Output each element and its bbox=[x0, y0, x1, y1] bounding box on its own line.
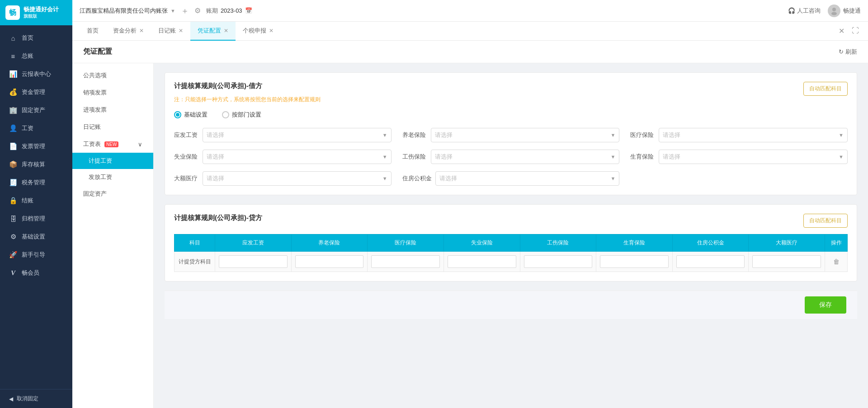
sidebar-item-archive[interactable]: 🗄 归档管理 bbox=[0, 210, 72, 228]
tab-journal-close[interactable]: ✕ bbox=[179, 28, 183, 34]
period-value: 2023-03 bbox=[221, 7, 242, 14]
cell-pension bbox=[291, 252, 368, 272]
radio-dept-circle bbox=[222, 111, 229, 118]
table-row: 计提贷方科目 🗑 bbox=[175, 252, 848, 272]
sidebar-item-tax[interactable]: 🧾 税务管理 bbox=[0, 174, 72, 192]
unemployment-label: 失业保险 bbox=[174, 153, 199, 161]
period-label: 账期 bbox=[206, 7, 218, 15]
menu-purchase-invoice[interactable]: 进项发票 bbox=[72, 101, 153, 118]
input-housing[interactable] bbox=[676, 255, 745, 268]
input-birth[interactable] bbox=[600, 255, 669, 268]
menu-calc-salary[interactable]: 计提工资 bbox=[72, 153, 153, 169]
form-item-unemployment: 失业保险 请选择 ▼ bbox=[174, 150, 392, 164]
housing-select[interactable]: 请选择 ▼ bbox=[435, 171, 620, 186]
tab-funds-close[interactable]: ✕ bbox=[139, 28, 144, 34]
input-apply-salary[interactable] bbox=[219, 255, 288, 268]
sidebar-item-guide[interactable]: 🚀 新手引导 bbox=[0, 246, 72, 264]
invoices-icon: 📄 bbox=[9, 142, 17, 150]
form-item-housing: 住房公积金 请选择 ▼ bbox=[402, 171, 620, 186]
settings-icon: ⚙ bbox=[9, 233, 17, 241]
sidebar-item-close[interactable]: 🔒 结账 bbox=[0, 192, 72, 210]
tax-icon: 🧾 bbox=[9, 178, 17, 187]
th-medical: 医疗保险 bbox=[368, 234, 444, 252]
tab-tax-close[interactable]: ✕ bbox=[269, 28, 274, 34]
period-selector: 账期 2023-03 📅 bbox=[206, 7, 252, 15]
sidebar-item-label: 云报表中心 bbox=[22, 70, 51, 78]
save-button[interactable]: 保存 bbox=[805, 296, 846, 314]
input-pension[interactable] bbox=[295, 255, 364, 268]
sidebar-item-invoices[interactable]: 📄 发票管理 bbox=[0, 137, 72, 155]
sidebar-item-inventory[interactable]: 📦 库存核算 bbox=[0, 155, 72, 174]
service-button[interactable]: 🎧 人工咨询 bbox=[788, 7, 821, 15]
menu-pay-salary[interactable]: 发放工资 bbox=[72, 169, 153, 185]
tab-funds-label: 资金分析 bbox=[113, 27, 137, 35]
sidebar-item-salary[interactable]: 👤 工资 bbox=[0, 119, 72, 137]
th-big-medical: 大额医疗 bbox=[749, 234, 825, 252]
main-area: 江西服宝精品有限责任公司内账张 ▼ ＋ ⚙ 账期 2023-03 📅 🎧 人工咨… bbox=[72, 0, 868, 408]
tab-voucher-close[interactable]: ✕ bbox=[224, 28, 228, 34]
sidebar-item-reports[interactable]: 📊 云报表中心 bbox=[0, 65, 72, 83]
user-menu[interactable]: 畅捷通 bbox=[828, 5, 861, 17]
injury-select[interactable]: 请选择 ▼ bbox=[431, 150, 620, 164]
refresh-button[interactable]: ↻ 刷新 bbox=[839, 48, 857, 56]
menu-fixed-assets[interactable]: 固定资产 bbox=[72, 185, 153, 202]
apply-salary-select[interactable]: 请选择 ▼ bbox=[203, 128, 392, 142]
input-injury[interactable] bbox=[524, 255, 593, 268]
tab-funds[interactable]: 资金分析 ✕ bbox=[106, 22, 151, 41]
big-medical-placeholder: 请选择 bbox=[207, 174, 224, 183]
topbar: 江西服宝精品有限责任公司内账张 ▼ ＋ ⚙ 账期 2023-03 📅 🎧 人工咨… bbox=[72, 0, 868, 22]
topbar-settings-icon[interactable]: ⚙ bbox=[194, 6, 201, 15]
save-bar: 保存 bbox=[165, 291, 857, 319]
sidebar-item-assets[interactable]: 🏢 固定资产 bbox=[0, 101, 72, 119]
guide-icon: 🚀 bbox=[9, 251, 17, 259]
injury-arrow: ▼ bbox=[610, 154, 615, 159]
menu-sales-invoice[interactable]: 销项发票 bbox=[72, 84, 153, 101]
sidebar-unpin[interactable]: ◀ 取消固定 bbox=[0, 389, 72, 408]
input-unemployment[interactable] bbox=[448, 255, 516, 268]
radio-dept[interactable]: 按部门设置 bbox=[222, 111, 261, 119]
th-apply-salary: 应发工资 bbox=[215, 234, 292, 252]
content-layout: 公共选项 销项发票 进项发票 日记账 工资表 NEW ∨ 计提工资 bbox=[72, 63, 868, 408]
expand-tab-button[interactable]: ⛶ bbox=[850, 25, 861, 37]
unpin-icon: ◀ bbox=[9, 396, 13, 402]
menu-journal[interactable]: 日记账 bbox=[72, 118, 153, 136]
tab-voucher-config[interactable]: 凭证配置 ✕ bbox=[190, 22, 236, 41]
sidebar-item-funds[interactable]: 💰 资金管理 bbox=[0, 83, 72, 101]
sidebar-item-ledger[interactable]: ≡ 总账 bbox=[0, 47, 72, 65]
radio-basic[interactable]: 基础设置 bbox=[174, 111, 208, 119]
unemployment-select[interactable]: 请选择 ▼ bbox=[203, 150, 392, 164]
tab-journal[interactable]: 日记账 ✕ bbox=[151, 22, 190, 41]
sidebar-item-home[interactable]: ⌂ 首页 bbox=[0, 29, 72, 47]
housing-placeholder: 请选择 bbox=[439, 174, 457, 183]
big-medical-select[interactable]: 请选择 ▼ bbox=[203, 171, 392, 186]
delete-row-button[interactable]: 🗑 bbox=[833, 258, 840, 265]
debit-auto-match-button[interactable]: 自动匹配科目 bbox=[803, 82, 848, 96]
th-pension: 养老保险 bbox=[291, 234, 368, 252]
calendar-icon[interactable]: 📅 bbox=[245, 7, 252, 14]
input-big-medical[interactable] bbox=[752, 255, 821, 268]
menu-salary-table[interactable]: 工资表 NEW ∨ bbox=[72, 136, 153, 153]
collapse-icon: ∨ bbox=[138, 141, 142, 148]
service-label: 人工咨询 bbox=[797, 7, 821, 15]
tab-tax-report[interactable]: 个税申报 ✕ bbox=[236, 22, 281, 41]
pension-select[interactable]: 请选择 ▼ bbox=[431, 128, 620, 142]
topbar-right: 🎧 人工咨询 畅捷通 bbox=[788, 5, 861, 17]
add-tab-button[interactable]: ＋ bbox=[181, 5, 189, 16]
credit-auto-match-button[interactable]: 自动匹配科目 bbox=[803, 214, 848, 228]
sidebar-item-label: 税务管理 bbox=[22, 178, 45, 187]
close-tab-button[interactable]: ✕ bbox=[837, 25, 846, 37]
menu-public[interactable]: 公共选项 bbox=[72, 67, 153, 84]
sidebar-item-member[interactable]: V 畅会员 bbox=[0, 264, 72, 282]
sidebar-item-label: 固定资产 bbox=[22, 106, 45, 114]
medical-select[interactable]: 请选择 ▼ bbox=[659, 128, 848, 142]
tab-home[interactable]: 首页 bbox=[80, 22, 106, 41]
sidebar-item-settings[interactable]: ⚙ 基础设置 bbox=[0, 228, 72, 246]
menu-salary-table-label: 工资表 bbox=[83, 140, 101, 148]
birth-select[interactable]: 请选择 ▼ bbox=[659, 150, 848, 164]
salary-icon: 👤 bbox=[9, 124, 17, 132]
sidebar-item-label: 库存核算 bbox=[22, 160, 45, 169]
company-selector[interactable]: 江西服宝精品有限责任公司内账张 ▼ bbox=[80, 7, 175, 15]
user-label: 畅捷通 bbox=[843, 7, 861, 15]
cell-housing bbox=[672, 252, 749, 272]
input-medical[interactable] bbox=[371, 255, 440, 268]
